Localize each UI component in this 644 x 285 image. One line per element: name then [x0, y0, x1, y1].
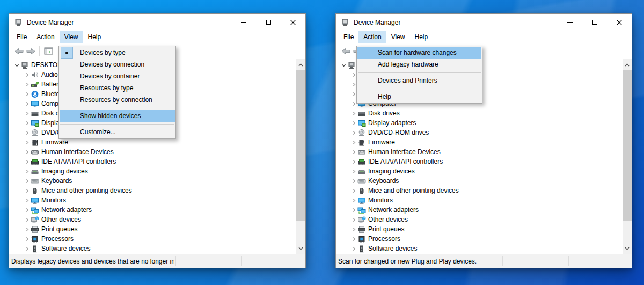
- tree-item-other-devices[interactable]: ?Other devices: [336, 215, 632, 224]
- chevron-right-icon[interactable]: [24, 245, 30, 252]
- close-button[interactable]: [607, 14, 632, 31]
- vertical-scrollbar[interactable]: [623, 59, 632, 254]
- tree-item-mice-and-other-pointing-devices[interactable]: Mice and other pointing devices: [336, 186, 632, 195]
- chevron-right-icon[interactable]: [350, 158, 357, 165]
- scroll-up-button[interactable]: [623, 60, 632, 69]
- scrollbar-thumb[interactable]: [623, 70, 632, 221]
- tree-item-imaging-devices[interactable]: Imaging devices: [9, 166, 305, 176]
- chevron-right-icon[interactable]: [24, 81, 30, 87]
- menu-action[interactable]: Action: [32, 31, 59, 43]
- tree-item-print-queues[interactable]: Print queues: [336, 224, 632, 234]
- chevron-right-icon[interactable]: [350, 129, 357, 136]
- scrollbar-thumb[interactable]: [296, 70, 305, 221]
- chevron-right-icon[interactable]: [24, 100, 30, 107]
- chevron-right-icon[interactable]: [24, 226, 30, 232]
- chevron-right-icon[interactable]: [350, 207, 357, 213]
- chevron-down-icon[interactable]: [13, 62, 20, 68]
- tree-item-processors[interactable]: Processors: [9, 234, 305, 244]
- chevron-down-icon[interactable]: [340, 62, 347, 68]
- chevron-right-icon[interactable]: [24, 207, 30, 213]
- tree-item-display-adapters[interactable]: Display adapters: [336, 118, 632, 128]
- menu-item-resources-by-connection[interactable]: Resources by connection: [60, 94, 175, 106]
- tree-item-keyboards[interactable]: Keyboards: [336, 176, 632, 186]
- tree-item-disk-drives[interactable]: Disk drives: [336, 108, 632, 118]
- tree-item-keyboards[interactable]: Keyboards: [9, 176, 305, 186]
- chevron-right-icon[interactable]: [350, 168, 357, 174]
- tree-item-ide-ata-atapi-controllers[interactable]: IDE ATA/ATAPI controllers: [336, 157, 632, 166]
- chevron-right-icon[interactable]: [24, 149, 30, 155]
- chevron-right-icon[interactable]: [24, 129, 30, 136]
- chevron-right-icon[interactable]: [24, 168, 30, 174]
- scroll-down-button[interactable]: [623, 244, 632, 253]
- menu-item-scan-for-hardware-changes[interactable]: Scan for hardware changes: [357, 47, 481, 59]
- chevron-right-icon[interactable]: [350, 120, 357, 126]
- menu-item-customize[interactable]: Customize...: [60, 126, 175, 138]
- tree-item-software-devices[interactable]: Software devices: [9, 244, 305, 253]
- menu-file[interactable]: File: [12, 31, 32, 43]
- close-button[interactable]: [281, 14, 305, 31]
- chevron-right-icon[interactable]: [350, 236, 357, 242]
- tree-item-mice-and-other-pointing-devices[interactable]: Mice and other pointing devices: [9, 186, 305, 195]
- minimize-button[interactable]: [231, 14, 256, 31]
- menu-item-devices-and-printers[interactable]: Devices and Printers: [357, 75, 481, 86]
- tree-item-processors[interactable]: Processors: [336, 234, 632, 244]
- tree-item-human-interface-devices[interactable]: Human Interface Devices: [9, 147, 305, 157]
- menu-view[interactable]: View: [60, 31, 83, 43]
- chevron-right-icon[interactable]: [24, 178, 30, 184]
- tree-item-ide-ata-atapi-controllers[interactable]: IDE ATA/ATAPI controllers: [9, 157, 305, 166]
- tree-item-print-queues[interactable]: Print queues: [9, 224, 305, 234]
- menu-help[interactable]: Help: [410, 31, 433, 43]
- chevron-right-icon[interactable]: [350, 139, 357, 145]
- vertical-scrollbar[interactable]: [296, 59, 305, 254]
- maximize-button[interactable]: [582, 14, 607, 31]
- menu-item-help[interactable]: Help: [357, 91, 481, 103]
- scroll-up-button[interactable]: [296, 60, 305, 69]
- chevron-right-icon[interactable]: [24, 197, 30, 203]
- forward-button[interactable]: [25, 45, 36, 57]
- chevron-right-icon[interactable]: [24, 139, 30, 145]
- chevron-right-icon[interactable]: [24, 187, 30, 194]
- chevron-right-icon[interactable]: [350, 197, 357, 203]
- scroll-down-button[interactable]: [296, 244, 305, 253]
- chevron-right-icon[interactable]: [24, 216, 30, 223]
- titlebar[interactable]: Device Manager: [336, 14, 632, 31]
- tree-item-software-devices[interactable]: Software devices: [336, 244, 632, 253]
- menu-item-devices-by-type[interactable]: Devices by type: [60, 47, 175, 59]
- chevron-right-icon[interactable]: [24, 71, 30, 78]
- tree-item-network-adapters[interactable]: Network adapters: [9, 205, 305, 215]
- tree-item-dvd-cd-rom-drives[interactable]: DVD/CD-ROM drives: [336, 128, 632, 137]
- menu-item-resources-by-type[interactable]: Resources by type: [60, 82, 175, 94]
- tree-item-monitors[interactable]: Monitors: [336, 195, 632, 205]
- chevron-right-icon[interactable]: [24, 236, 30, 242]
- tree-item-human-interface-devices[interactable]: Human Interface Devices: [336, 147, 632, 157]
- chevron-right-icon[interactable]: [24, 110, 30, 116]
- console-window-button[interactable]: [42, 45, 54, 57]
- menu-item-devices-by-container[interactable]: Devices by container: [60, 70, 175, 82]
- chevron-right-icon[interactable]: [24, 91, 30, 97]
- tree-item-imaging-devices[interactable]: Imaging devices: [336, 166, 632, 176]
- tree-item-monitors[interactable]: Monitors: [9, 195, 305, 205]
- menu-action[interactable]: Action: [358, 31, 386, 43]
- menu-help[interactable]: Help: [83, 31, 106, 43]
- chevron-right-icon[interactable]: [24, 120, 30, 126]
- chevron-right-icon[interactable]: [350, 216, 357, 223]
- maximize-button[interactable]: [256, 14, 281, 31]
- chevron-right-icon[interactable]: [350, 178, 357, 184]
- chevron-right-icon[interactable]: [350, 110, 357, 116]
- titlebar[interactable]: Device Manager: [9, 14, 305, 31]
- chevron-right-icon[interactable]: [350, 226, 357, 232]
- minimize-button[interactable]: [558, 14, 582, 31]
- menu-item-show-hidden-devices[interactable]: Show hidden devices: [60, 110, 175, 122]
- menu-view[interactable]: View: [386, 31, 410, 43]
- tree-item-firmware[interactable]: Firmware: [336, 137, 632, 147]
- back-button[interactable]: [13, 45, 25, 57]
- tree-item-other-devices[interactable]: ?Other devices: [9, 215, 305, 224]
- chevron-right-icon[interactable]: [24, 158, 30, 165]
- chevron-right-icon[interactable]: [350, 149, 357, 155]
- back-button[interactable]: [340, 45, 352, 57]
- chevron-right-icon[interactable]: [350, 245, 357, 252]
- menu-item-add-legacy-hardware[interactable]: Add legacy hardware: [357, 59, 481, 70]
- menu-file[interactable]: File: [339, 31, 358, 43]
- chevron-right-icon[interactable]: [350, 187, 357, 194]
- tree-item-network-adapters[interactable]: Network adapters: [336, 205, 632, 215]
